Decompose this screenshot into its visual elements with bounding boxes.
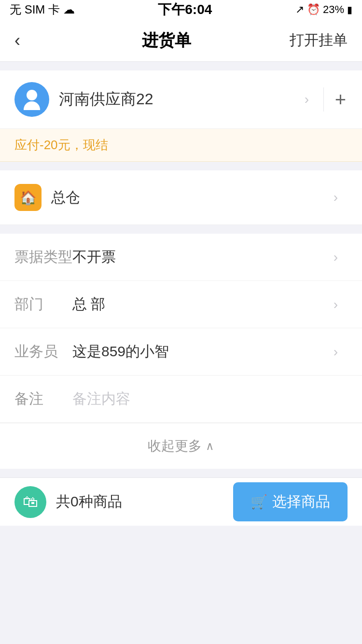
- supplier-chevron-icon: ›: [305, 92, 309, 107]
- salesperson-chevron-icon: ›: [334, 344, 338, 360]
- avatar-head: [27, 90, 37, 100]
- form-section: 票据类型 不开票 › 部门 总 部 › 业务员 这是859的小智 › 备注 备注…: [0, 234, 362, 469]
- note-label: 备注: [14, 389, 72, 409]
- plus-icon: +: [335, 89, 346, 111]
- supplier-row[interactable]: 河南供应商22 › +: [0, 70, 362, 129]
- avatar-person-icon: [22, 90, 42, 109]
- battery-icon: ▮: [347, 4, 352, 15]
- invoice-type-chevron-icon: ›: [334, 250, 338, 265]
- collapse-row[interactable]: 收起更多 ∧: [0, 423, 362, 469]
- location-icon: ↗: [295, 3, 304, 16]
- status-bar: 无 SIM 卡 ☁ 下午6:04 ↗ ⏰ 23% ▮: [0, 0, 362, 19]
- invoice-type-label: 票据类型: [14, 247, 72, 267]
- section-gap-1: [0, 62, 362, 70]
- notice-text: 应付-20元，现结: [14, 138, 108, 152]
- select-cart-icon: 🛒: [251, 494, 267, 510]
- warehouse-icon-wrap: 🏠: [14, 184, 42, 211]
- salesperson-label: 业务员: [14, 342, 72, 362]
- house-icon: 🏠: [20, 190, 37, 206]
- department-chevron-icon: ›: [334, 297, 338, 312]
- salesperson-value: 这是859的小智: [72, 342, 329, 362]
- supplier-name: 河南供应商22: [59, 89, 305, 110]
- section-gap-2: [0, 162, 362, 170]
- select-product-button[interactable]: 🛒 选择商品: [233, 482, 348, 521]
- back-button[interactable]: ‹: [14, 30, 43, 51]
- invoice-type-value: 不开票: [72, 247, 329, 267]
- department-row[interactable]: 部门 总 部 ›: [0, 281, 362, 328]
- note-placeholder: 备注内容: [72, 389, 343, 409]
- product-count: 共0种商品: [56, 492, 233, 512]
- avatar-body: [24, 101, 40, 110]
- warehouse-row[interactable]: 🏠 总仓 ›: [0, 170, 362, 225]
- salesperson-row[interactable]: 业务员 这是859的小智 ›: [0, 328, 362, 376]
- gray-area: [0, 526, 362, 644]
- select-product-label: 选择商品: [272, 492, 330, 512]
- page-title: 进货单: [142, 29, 191, 52]
- supplier-avatar: [14, 82, 49, 117]
- cart-icon: 🛍: [23, 493, 38, 511]
- department-label: 部门: [14, 294, 72, 314]
- section-gap-3: [0, 225, 362, 234]
- bottom-bar: 🛍 共0种商品 🛒 选择商品: [0, 477, 362, 526]
- warehouse-section: 🏠 总仓 ›: [0, 170, 362, 225]
- open-pending-button[interactable]: 打开挂单: [290, 30, 348, 50]
- alarm-icon: ⏰: [307, 3, 320, 16]
- notice-bar: 应付-20元，现结: [0, 129, 362, 162]
- collapse-arrow-icon: ∧: [206, 439, 214, 453]
- warehouse-chevron-icon: ›: [334, 190, 338, 205]
- signal-text: 无 SIM 卡 ☁: [10, 2, 75, 17]
- invoice-type-row[interactable]: 票据类型 不开票 ›: [0, 234, 362, 281]
- status-time: 下午6:04: [158, 0, 212, 19]
- product-icon-wrap: 🛍: [14, 486, 46, 518]
- status-left: 无 SIM 卡 ☁: [10, 2, 75, 17]
- nav-bar: ‹ 进货单 打开挂单: [0, 19, 362, 62]
- department-value: 总 部: [72, 294, 329, 314]
- add-supplier-button[interactable]: +: [323, 87, 348, 112]
- note-row[interactable]: 备注 备注内容: [0, 376, 362, 423]
- supplier-section: 河南供应商22 › + 应付-20元，现结: [0, 70, 362, 162]
- collapse-label: 收起更多: [148, 437, 202, 455]
- warehouse-label: 总仓: [51, 188, 334, 208]
- battery-text: 23%: [323, 3, 344, 16]
- status-right: ↗ ⏰ 23% ▮: [295, 3, 352, 16]
